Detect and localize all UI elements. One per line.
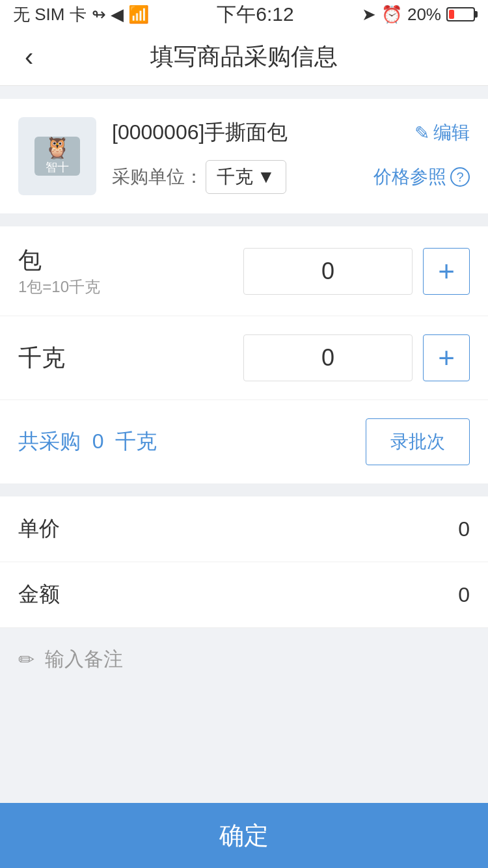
status-right: ➤ ⏰ 20% xyxy=(362,5,475,25)
total-unit: 千克 xyxy=(115,429,157,453)
kg-input-row: 千克 + xyxy=(0,316,488,400)
battery-percent: 20% xyxy=(407,5,441,25)
total-prefix: 共采购 xyxy=(18,429,81,453)
price-reference-button[interactable]: 价格参照 ? xyxy=(373,165,470,189)
product-info: [0000006]手撕面包 ✎ 编辑 采购单位： 千克 ▼ 价格参照 ? xyxy=(112,118,470,194)
owl-icon: 🦉 xyxy=(44,137,70,158)
info-icon: ? xyxy=(450,167,470,187)
wifi-icon: ↬ ◀ 📶 xyxy=(92,5,149,25)
section-divider-2 xyxy=(0,483,488,496)
total-value: 0 xyxy=(92,429,104,453)
kg-input-right: + xyxy=(96,334,470,381)
total-text: 共采购 0 千克 xyxy=(18,427,157,456)
product-name: [0000006]手撕面包 xyxy=(112,118,288,147)
brand-name: 智十 xyxy=(46,159,69,175)
unit-value: 千克 xyxy=(217,165,253,189)
price-ref-label: 价格参照 xyxy=(373,165,446,189)
content-spacer xyxy=(0,691,488,821)
sim-status: 无 SIM 卡 xyxy=(13,3,87,26)
confirm-button[interactable]: 确定 xyxy=(0,803,488,868)
status-left: 无 SIM 卡 ↬ ◀ 📶 xyxy=(13,3,149,26)
note-placeholder: 输入备注 xyxy=(45,646,123,673)
bag-quantity-input[interactable] xyxy=(243,248,413,295)
kg-plus-button[interactable]: + xyxy=(423,334,470,381)
note-section[interactable]: ✏ 输入备注 xyxy=(0,628,488,691)
page-title: 填写商品采购信息 xyxy=(150,41,338,73)
bag-sub-label: 1包=10千克 xyxy=(18,277,100,297)
kg-label: 千克 xyxy=(18,342,96,374)
section-divider-1 xyxy=(0,213,488,226)
bag-plus-button[interactable]: + xyxy=(423,248,470,295)
batch-button[interactable]: 录批次 xyxy=(366,418,470,465)
product-name-row: [0000006]手撕面包 ✎ 编辑 xyxy=(112,118,470,147)
kg-label-area: 千克 xyxy=(18,342,96,374)
bag-input-row: 包 1包=10千克 + xyxy=(0,226,488,316)
edit-button[interactable]: ✎ 编辑 xyxy=(414,120,470,145)
amount-value: 0 xyxy=(458,583,470,607)
unit-price-row: 单价 0 xyxy=(0,496,488,562)
amount-label: 金额 xyxy=(18,580,60,609)
unit-price-label: 单价 xyxy=(18,515,60,543)
bag-label-area: 包 1包=10千克 xyxy=(18,245,100,297)
back-button[interactable]: ‹ xyxy=(18,36,40,78)
product-image: 🦉 智十 xyxy=(18,117,96,195)
unit-label: 采购单位： xyxy=(112,165,203,189)
alarm-icon: ⏰ xyxy=(381,5,402,25)
location-icon: ➤ xyxy=(362,5,376,25)
kg-quantity-input[interactable] xyxy=(243,334,413,381)
status-time: 下午6:12 xyxy=(217,1,293,28)
product-card: 🦉 智十 [0000006]手撕面包 ✎ 编辑 采购单位： 千克 ▼ 价格参照 … xyxy=(0,99,488,213)
edit-icon: ✎ xyxy=(414,122,429,144)
amount-row: 金额 0 xyxy=(0,562,488,628)
edit-label: 编辑 xyxy=(433,120,470,145)
note-icon: ✏ xyxy=(18,648,34,671)
unit-row: 采购单位： 千克 ▼ 价格参照 ? xyxy=(112,160,470,194)
status-bar: 无 SIM 卡 ↬ ◀ 📶 下午6:12 ➤ ⏰ 20% xyxy=(0,0,488,29)
bag-input-right: + xyxy=(100,248,470,295)
unit-price-value: 0 xyxy=(458,517,470,541)
dropdown-icon: ▼ xyxy=(257,167,275,187)
unit-select-area: 采购单位： 千克 ▼ xyxy=(112,160,286,194)
nav-bar: ‹ 填写商品采购信息 xyxy=(0,29,488,86)
bag-label: 包 xyxy=(18,245,100,277)
product-logo: 🦉 智十 xyxy=(34,137,80,176)
battery-icon xyxy=(446,7,475,21)
total-row: 共采购 0 千克 录批次 xyxy=(0,400,488,483)
unit-selector[interactable]: 千克 ▼ xyxy=(206,160,286,194)
